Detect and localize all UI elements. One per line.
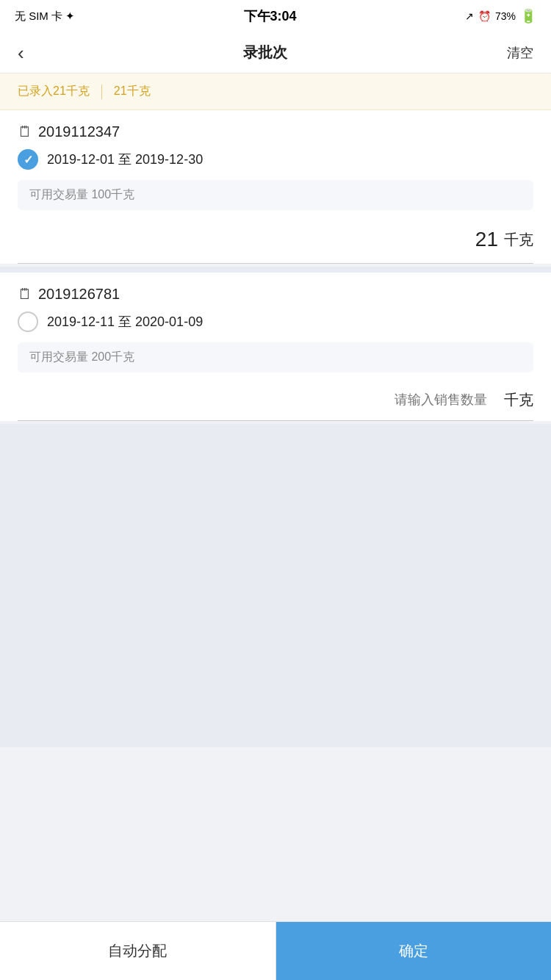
summary-value: 21千克 [114,84,151,99]
back-button[interactable]: ‹ [18,43,24,62]
page-title: 录批次 [243,43,287,62]
batch-2-qty-input[interactable] [328,392,498,408]
batch-1-qty-label: 可用交易量 100千克 [29,188,134,201]
auto-distribute-button[interactable]: 自动分配 [0,922,276,980]
status-bar: 无 SIM 卡 ✦ 下午3:04 ↗ ⏰ 73% 🔋 [0,0,551,32]
batch-1-date-row[interactable]: 2019-12-01 至 2019-12-30 [0,145,551,174]
batch-2-input-row[interactable]: 千克 [0,383,551,420]
batch-2-radio[interactable] [18,311,38,332]
batch-2-qty: 可用交易量 200千克 [18,342,533,372]
status-time: 下午3:04 [244,7,297,25]
empty-area [0,424,551,747]
batch-2-id: 2019126781 [38,286,120,303]
section-separator [0,267,551,273]
batch-1-underline [18,263,533,264]
batch-2-date-row[interactable]: 2019-12-11 至 2020-01-09 [0,307,551,336]
alarm-icon: ⏰ [478,10,491,22]
batch-2-date: 2019-12-11 至 2020-01-09 [47,313,203,331]
location-icon: ↗ [465,10,474,22]
batch-1-header: 🗒 2019112347 [0,110,551,145]
batch-1-unit: 千克 [504,230,533,250]
batch-1-id: 2019112347 [38,123,120,140]
batch-1-qty: 可用交易量 100千克 [18,180,533,210]
summary-label: 已录入21千克 [18,84,90,99]
batch-item-1: 🗒 2019112347 2019-12-01 至 2019-12-30 可用交… [0,110,551,264]
bottom-bar: 自动分配 确定 [0,921,551,980]
batch-2-unit: 千克 [504,390,533,410]
sim-label: 无 SIM 卡 ✦ [15,10,75,24]
batch-2-qty-label: 可用交易量 200千克 [29,350,134,363]
batch-1-radio[interactable] [18,149,38,170]
batch-1-amount-row: 21 千克 [0,220,551,263]
confirm-button[interactable]: 确定 [276,922,552,980]
summary-bar: 已录入21千克 21千克 [0,73,551,110]
batch-item-2: 🗒 2019126781 2019-12-11 至 2020-01-09 可用交… [0,273,551,421]
batch-2-header: 🗒 2019126781 [0,273,551,307]
batch-2-underline [18,420,533,421]
clear-button[interactable]: 清空 [507,44,533,62]
batch-2-icon: 🗒 [18,286,32,303]
battery-icon: 🔋 [520,8,536,24]
batch-1-icon: 🗒 [18,123,32,140]
summary-divider [101,84,102,99]
status-left: 无 SIM 卡 ✦ [15,10,75,24]
nav-bar: ‹ 录批次 清空 [0,32,551,73]
main-content: 已录入21千克 21千克 🗒 2019112347 2019-12-01 至 2… [0,73,551,806]
batch-1-date: 2019-12-01 至 2019-12-30 [47,151,203,168]
status-right: ↗ ⏰ 73% 🔋 [465,8,536,24]
battery-label: 73% [495,10,516,22]
batch-1-amount: 21 [475,228,498,251]
